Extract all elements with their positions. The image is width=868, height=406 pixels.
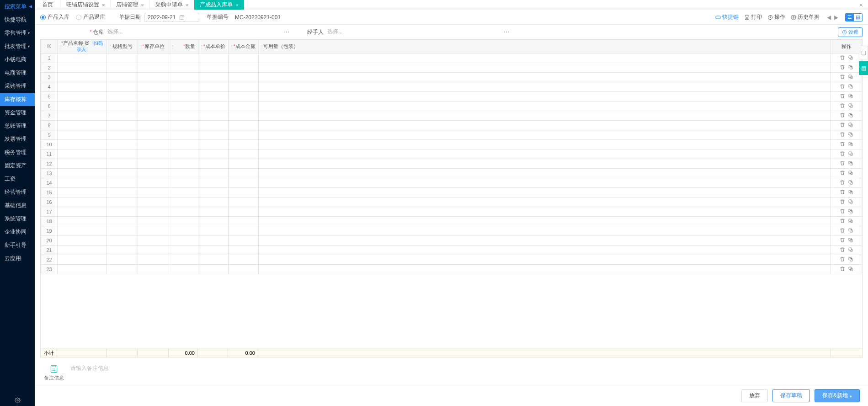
delete-icon[interactable] — [840, 256, 845, 262]
sidebar-item-13[interactable]: 经营管理 — [0, 186, 35, 199]
table-row[interactable]: 1 — [41, 53, 862, 63]
sidebar-item-2[interactable]: 批发管理▾ — [0, 40, 35, 53]
sidebar-item-14[interactable]: 基础信息 — [0, 199, 35, 212]
header-spec[interactable]: ⋮规格型号 — [107, 40, 138, 53]
tab-3[interactable]: 产成品入库单× — [194, 0, 244, 10]
sidebar-item-17[interactable]: 新手引导 — [0, 239, 35, 252]
copy-icon[interactable] — [848, 208, 853, 214]
delete-icon[interactable] — [840, 247, 845, 252]
delete-icon[interactable] — [840, 84, 845, 89]
copy-icon[interactable] — [848, 112, 853, 118]
table-row[interactable]: 21 — [41, 246, 862, 255]
grid-settings-button[interactable]: 设置 — [838, 27, 863, 37]
copy-icon[interactable] — [848, 247, 853, 252]
tab-2[interactable]: 采购申请单× — [150, 0, 194, 10]
sidebar-item-10[interactable]: 税务管理 — [0, 146, 35, 159]
delete-icon[interactable] — [840, 112, 845, 118]
close-all-button[interactable] — [856, 0, 866, 10]
close-icon[interactable]: × — [235, 2, 238, 8]
copy-icon[interactable] — [848, 160, 853, 166]
copy-icon[interactable] — [848, 64, 853, 70]
table-row[interactable]: 11 — [41, 150, 862, 159]
header-price[interactable]: ⋮*成本单价 — [198, 40, 229, 53]
delete-icon[interactable] — [840, 189, 845, 195]
table-row[interactable]: 17 — [41, 207, 862, 217]
table-row[interactable]: 15 — [41, 188, 862, 198]
table-row[interactable]: 20 — [41, 236, 862, 246]
history-button[interactable]: 历史单据 — [791, 13, 820, 21]
delete-icon[interactable] — [840, 180, 845, 185]
delete-icon[interactable] — [840, 151, 845, 156]
warehouse-field[interactable]: *仓库 选择... ⋯ — [90, 28, 289, 36]
table-row[interactable]: 13 — [41, 169, 862, 178]
delete-icon[interactable] — [840, 132, 845, 137]
sidebar-item-1[interactable]: 零售管理▾ — [0, 27, 35, 40]
print-button[interactable]: 打印 — [744, 13, 762, 21]
copy-icon[interactable] — [848, 199, 853, 204]
sidebar-item-11[interactable]: 固定资产 — [0, 159, 35, 172]
delete-icon[interactable] — [840, 64, 845, 70]
table-row[interactable]: 9 — [41, 130, 862, 140]
delete-icon[interactable] — [840, 266, 845, 272]
operator-picker-icon[interactable]: ⋯ — [504, 29, 509, 35]
table-row[interactable]: 2 — [41, 63, 862, 73]
sidebar-item-6[interactable]: 库存核算 — [0, 93, 35, 106]
sidebar-settings[interactable] — [0, 394, 35, 406]
copy-icon[interactable] — [848, 180, 853, 185]
sidebar-item-15[interactable]: 系统管理 — [0, 212, 35, 225]
table-row[interactable]: 8 — [41, 121, 862, 130]
table-row[interactable]: 22 — [41, 255, 862, 265]
table-row[interactable]: 4 — [41, 82, 862, 92]
delete-icon[interactable] — [840, 122, 845, 128]
discard-button[interactable]: 放弃 — [741, 389, 768, 402]
sidebar-search[interactable]: 搜索菜单 ◀ — [0, 0, 35, 13]
action-button[interactable]: 操作 — [767, 13, 785, 21]
table-row[interactable]: 5 — [41, 92, 862, 102]
delete-icon[interactable] — [840, 237, 845, 243]
table-row[interactable]: 10 — [41, 140, 862, 150]
copy-icon[interactable] — [848, 170, 853, 176]
view-detail-button[interactable]: ▤ — [854, 14, 862, 21]
sidebar-item-16[interactable]: 企业协同 — [0, 225, 35, 239]
delete-icon[interactable] — [840, 74, 845, 80]
copy-icon[interactable] — [848, 93, 853, 99]
delete-icon[interactable] — [840, 218, 845, 224]
rail-item-2[interactable]: ▤ — [859, 61, 868, 75]
date-input[interactable]: 2022-09-21 — [144, 13, 199, 22]
delete-icon[interactable] — [840, 103, 845, 108]
hotkey-button[interactable]: 快捷键 — [715, 13, 739, 21]
table-row[interactable]: 18 — [41, 217, 862, 226]
header-avail[interactable]: ⋮可用量（包装） — [259, 40, 831, 53]
table-row[interactable]: 7 — [41, 111, 862, 121]
header-qty[interactable]: ⋮*数量 — [169, 40, 198, 53]
delete-icon[interactable] — [840, 160, 845, 166]
delete-icon[interactable] — [840, 141, 845, 147]
sidebar-item-18[interactable]: 云应用 — [0, 252, 35, 265]
header-unit[interactable]: ⋮*库存单位 — [138, 40, 169, 53]
tab-0[interactable]: 旺铺店铺设置× — [61, 0, 111, 10]
delete-icon[interactable] — [840, 228, 845, 233]
view-list-button[interactable]: ☰ — [846, 14, 854, 21]
copy-icon[interactable] — [848, 141, 853, 147]
table-row[interactable]: 12 — [41, 159, 862, 169]
copy-icon[interactable] — [848, 122, 853, 128]
sidebar-item-0[interactable]: 快捷导航 — [0, 13, 35, 27]
prev-doc-button[interactable]: ◀ — [825, 14, 832, 21]
sidebar-item-7[interactable]: 资金管理 — [0, 106, 35, 119]
sidebar-item-3[interactable]: 小畅电商 — [0, 53, 35, 66]
sidebar-item-8[interactable]: 总账管理 — [0, 119, 35, 133]
copy-icon[interactable] — [848, 189, 853, 195]
copy-icon[interactable] — [848, 228, 853, 233]
next-doc-button[interactable]: ▶ — [832, 14, 840, 21]
sidebar-item-9[interactable]: 发票管理 — [0, 133, 35, 146]
copy-icon[interactable] — [848, 132, 853, 137]
delete-icon[interactable] — [840, 170, 845, 176]
copy-icon[interactable] — [848, 237, 853, 243]
tab-home[interactable]: 首页 — [35, 0, 61, 10]
copy-icon[interactable] — [848, 266, 853, 272]
radio-product-out[interactable]: 产品退库 — [76, 13, 105, 21]
table-row[interactable]: 19 — [41, 226, 862, 236]
copy-icon[interactable] — [848, 74, 853, 80]
table-row[interactable]: 23 — [41, 265, 862, 274]
save-draft-button[interactable]: 保存草稿 — [772, 389, 810, 402]
